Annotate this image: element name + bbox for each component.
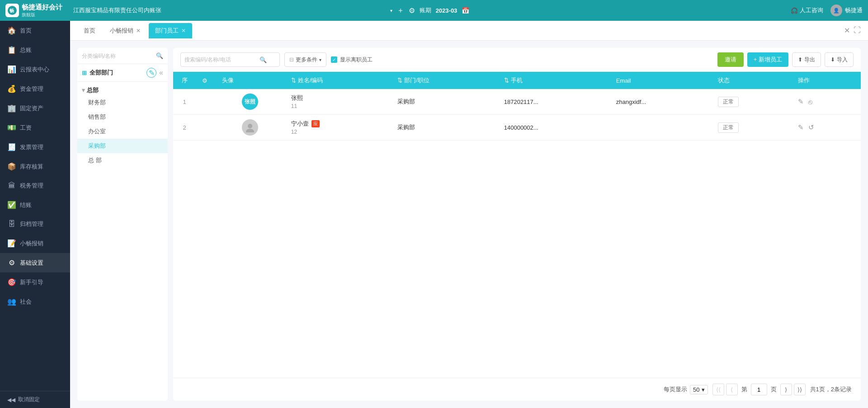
dept-item-sales[interactable]: 销售部 [77,110,168,124]
add-icon[interactable]: ＋ [397,6,404,15]
sidebar-item-label: 库存核算 [20,163,43,171]
tab-expense-close-icon[interactable]: ✕ [136,28,141,34]
company-dropdown-icon[interactable]: ▾ [390,8,392,13]
last-page-button[interactable]: ⟩⟩ [794,384,806,395]
dept-edit-icon[interactable]: ✎ [146,68,156,78]
sort-icon: ⇅ [504,77,509,84]
archive-icon: 🗄 [7,220,16,228]
dept-item-finance[interactable]: 财务部 [77,95,168,110]
sidebar-item-close-account[interactable]: ✅ 结账 [0,195,70,215]
sidebar-item-salary[interactable]: 💵 工资 [0,118,70,137]
dept-search-icon[interactable]: 🔍 [156,52,163,59]
sidebar: 🏠 首页 📋 总账 📊 云报表中心 💰 资金管理 🏢 固定资产 💵 工资 🧾 发… [0,21,70,408]
headset-icon: 🎧 [791,7,798,14]
next-page-button[interactable]: ⟩ [780,384,792,395]
more-filter-button[interactable]: ⊟ 更多条件 ▾ [284,52,326,67]
tab-close-button[interactable]: ✕ [844,26,850,35]
assets-icon: 🏢 [7,104,16,113]
inventory-icon: 📦 [7,162,16,171]
page-label: 第 [741,385,747,394]
logo-area: 畅 畅捷通好会计 旗舰版 [5,3,69,18]
table-panel: 🔍 ⊟ 更多条件 ▾ ✓ 显示离职员工 邀请 + 新增员工 [173,48,861,401]
tab-expense[interactable]: 小畅报销 ✕ [104,23,147,38]
sidebar-item-funds[interactable]: 💰 资金管理 [0,79,70,98]
sidebar-item-label: 基础设置 [20,259,43,267]
row-checkbox-cell [196,89,216,115]
calendar-icon[interactable]: 📅 [462,7,469,14]
period-value: 2023-03 [436,7,458,14]
sidebar-item-inventory[interactable]: 📦 库存核算 [0,157,70,176]
row-name-cell: 张熙 11 [285,89,391,115]
import-button[interactable]: ⬇ 导入 [825,52,854,67]
add-employee-button[interactable]: + 新增员工 [747,52,788,67]
invite-button[interactable]: 邀请 [717,52,744,67]
home-icon: 🏠 [7,26,16,35]
sidebar-item-label: 税务管理 [20,182,43,190]
tab-home[interactable]: 首页 [77,23,102,38]
sidebar-item-label: 总账 [20,46,32,54]
tab-dept-close-icon[interactable]: ✕ [181,28,186,34]
logout-icon-1[interactable]: ⎋ [808,98,812,106]
sidebar-item-label: 首页 [20,27,32,35]
sidebar-item-invoice[interactable]: 🧾 发票管理 [0,137,70,157]
dept-group-headquarters: ▾总部 [77,84,168,95]
settings-sidebar-icon: ⚙ [7,258,16,267]
page-input[interactable] [751,384,767,395]
sidebar-item-home[interactable]: 🏠 首页 [0,21,70,40]
sidebar-item-archive[interactable]: 🗄 归档管理 [0,215,70,234]
edit-icon-1[interactable]: ✎ [798,98,804,106]
settings-icon[interactable]: ⚙ [409,6,415,15]
page-nav: ⟨⟨ ⟨ 第 页 ⟩ ⟩⟩ [712,384,806,395]
export-button[interactable]: ⬆ 导出 [792,52,821,67]
cancel-pin-button[interactable]: ◀◀ 取消固定 [0,391,70,408]
col-email: Email [610,72,712,89]
table-row: 2 宁小壹 [173,115,861,141]
sidebar-item-ledger[interactable]: 📋 总账 [0,40,70,60]
row-email-cell-1: zhangxidf... [610,89,712,115]
filter-icon: ⊟ [289,56,294,63]
col-dept[interactable]: ⇅部门/职位 [391,72,497,89]
tab-dept-employee[interactable]: 部门员工 ✕ [149,23,192,38]
first-page-button[interactable]: ⟨⟨ [712,384,724,395]
show-resigned-toggle[interactable]: ✓ 显示离职员工 [331,56,373,64]
col-name[interactable]: ⇅姓名/编码 [285,72,391,89]
sidebar-item-expense[interactable]: 📝 小畅报销 [0,234,70,253]
dept-item-general[interactable]: 总 部 [77,153,168,168]
ledger-icon: 📋 [7,46,16,54]
col-settings-icon[interactable]: ⚙ [202,77,208,84]
edit-icon-2[interactable]: ✎ [798,123,804,131]
service-button[interactable]: 🎧 人工咨询 [791,6,823,14]
per-page-dropdown[interactable]: 50 ▾ [690,385,708,394]
dept-header-left: ⊞ 全部部门 [82,69,113,77]
user-info[interactable]: 👤 畅捷通 [830,5,863,16]
col-phone[interactable]: ⇅手机 [498,72,610,89]
sidebar-item-assets[interactable]: 🏢 固定资产 [0,98,70,118]
tabs-bar: 首页 小畅报销 ✕ 部门员工 ✕ ✕ ⛶ [70,21,868,41]
dept-search-input[interactable] [82,53,153,59]
tab-expense-label: 小畅报销 [110,27,133,35]
sidebar-item-tax[interactable]: 🏛 税务管理 [0,176,70,195]
row-status-cell-1: 正常 [712,89,792,115]
prev-page-button[interactable]: ⟨ [726,384,738,395]
dept-collapse-icon[interactable]: « [159,69,163,77]
dept-item-purchasing[interactable]: 采购部 [77,139,168,153]
sidebar-item-reports[interactable]: 📊 云报表中心 [0,60,70,79]
show-resigned-checkbox[interactable]: ✓ [331,56,337,63]
main-layout: 🏠 首页 📋 总账 📊 云报表中心 💰 资金管理 🏢 固定资产 💵 工资 🧾 发… [0,21,868,408]
row-actions-cell-1: ✎ ⎋ [792,89,861,115]
sort-icon: ⇅ [397,77,402,84]
col-settings: ⚙ [196,72,216,89]
salary-icon: 💵 [7,123,16,132]
content-area: 首页 小畅报销 ✕ 部门员工 ✕ ✕ ⛶ 🔍 [70,21,868,408]
sidebar-item-label: 社会 [20,298,32,306]
employee-search-input[interactable] [184,56,257,63]
sidebar-item-social[interactable]: 👥 社会 [0,292,70,311]
row-dept-cell-1: 采购部 [391,89,497,115]
refresh-icon-2[interactable]: ↺ [808,123,814,131]
sidebar-item-settings[interactable]: ⚙ 基础设置 [0,253,70,272]
row-phone-cell-2: 140000002... [498,115,610,141]
sidebar-item-guide[interactable]: 🎯 新手引导 [0,272,70,292]
tab-expand-button[interactable]: ⛶ [854,26,861,35]
employee-search-icon[interactable]: 🔍 [259,56,267,63]
dept-item-office[interactable]: 办公室 [77,124,168,139]
